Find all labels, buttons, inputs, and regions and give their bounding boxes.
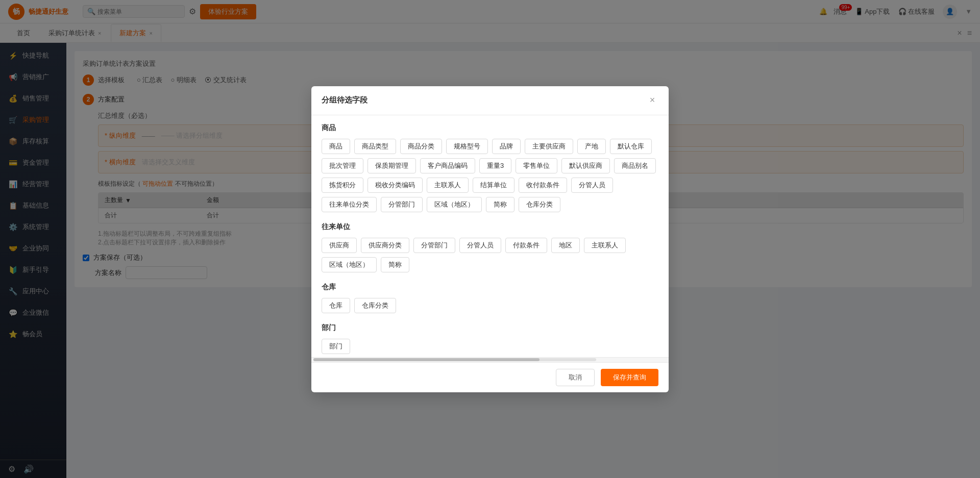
section-department-fields: 部门: [322, 339, 658, 354]
field-goods-type[interactable]: 商品类型: [354, 139, 396, 154]
field-warehouse[interactable]: 仓库: [322, 298, 350, 313]
field-brand[interactable]: 品牌: [492, 139, 521, 154]
field-retail-unit[interactable]: 零售单位: [516, 158, 557, 173]
field-partner-region[interactable]: 区域（地区）: [322, 257, 377, 272]
field-area[interactable]: 地区: [551, 238, 580, 253]
section-goods: 商品 商品 商品类型 商品分类 规格型号 品牌 主要供应商 产地 默认仓库 批次…: [322, 123, 658, 212]
modal-close-button[interactable]: ×: [646, 94, 658, 107]
field-goods-alias[interactable]: 商品别名: [614, 158, 656, 173]
field-weight3[interactable]: 重量3: [479, 158, 511, 173]
section-goods-fields: 商品 商品类型 商品分类 规格型号 品牌 主要供应商 产地 默认仓库 批次管理 …: [322, 139, 658, 212]
field-partner-dept[interactable]: 分管部门: [413, 238, 455, 253]
field-partner-contact[interactable]: 主联系人: [584, 238, 626, 253]
modal-overlay: 分组待选字段 × 商品 商品 商品类型 商品分类 规格型号 品牌 主要供应商 产…: [0, 0, 980, 478]
field-customer-goods-code[interactable]: 客户商品编码: [420, 158, 475, 173]
field-partner-shortname[interactable]: 简称: [381, 257, 409, 272]
field-main-supplier[interactable]: 主要供应商: [525, 139, 573, 154]
field-short-name[interactable]: 简称: [486, 197, 514, 212]
field-batch-mgmt[interactable]: 批次管理: [322, 158, 363, 173]
scroll-thumb[interactable]: [313, 358, 540, 361]
field-goods[interactable]: 商品: [322, 139, 350, 154]
field-expiry-mgmt[interactable]: 保质期管理: [368, 158, 416, 173]
field-region-area[interactable]: 区域（地区）: [427, 197, 482, 212]
field-spec-model[interactable]: 规格型号: [446, 139, 488, 154]
field-wh-category[interactable]: 仓库分类: [354, 298, 396, 313]
field-manager[interactable]: 分管人员: [571, 178, 613, 193]
field-tax-code[interactable]: 税收分类编码: [368, 178, 423, 193]
field-main-contact[interactable]: 主联系人: [427, 178, 469, 193]
field-select-modal: 分组待选字段 × 商品 商品 商品类型 商品分类 规格型号 品牌 主要供应商 产…: [311, 86, 669, 392]
section-warehouse-title: 仓库: [322, 283, 658, 292]
field-department[interactable]: 部门: [322, 339, 350, 354]
scroll-track[interactable]: [313, 358, 596, 361]
section-partner-fields: 供应商 供应商分类 分管部门 分管人员 付款条件 地区 主联系人 区域（地区） …: [322, 238, 658, 272]
field-default-warehouse[interactable]: 默认仓库: [610, 139, 652, 154]
field-partner-category[interactable]: 往来单位分类: [322, 197, 377, 212]
field-settlement-unit[interactable]: 结算单位: [473, 178, 514, 193]
modal-scroll-bar-area: [311, 357, 669, 362]
field-dept-managed[interactable]: 分管部门: [381, 197, 423, 212]
section-warehouse: 仓库 仓库 仓库分类: [322, 283, 658, 313]
modal-footer: 取消 保存并查询: [311, 362, 669, 392]
field-supplier-category[interactable]: 供应商分类: [361, 238, 409, 253]
modal-header: 分组待选字段 ×: [311, 86, 669, 115]
modal-title: 分组待选字段: [322, 95, 368, 105]
save-query-button[interactable]: 保存并查询: [601, 369, 658, 386]
section-partner-title: 往来单位: [322, 222, 658, 232]
field-default-supplier[interactable]: 默认供应商: [561, 158, 610, 173]
section-partner: 往来单位 供应商 供应商分类 分管部门 分管人员 付款条件 地区 主联系人 区域…: [322, 222, 658, 272]
modal-body: 商品 商品 商品类型 商品分类 规格型号 品牌 主要供应商 产地 默认仓库 批次…: [311, 115, 669, 357]
field-goods-category[interactable]: 商品分类: [400, 139, 442, 154]
section-warehouse-fields: 仓库 仓库分类: [322, 298, 658, 313]
field-origin[interactable]: 产地: [577, 139, 606, 154]
section-department-title: 部门: [322, 323, 658, 333]
section-goods-title: 商品: [322, 123, 658, 133]
field-warehouse-category[interactable]: 仓库分类: [519, 197, 560, 212]
field-pick-score[interactable]: 拣货积分: [322, 178, 363, 193]
cancel-button[interactable]: 取消: [556, 369, 595, 386]
field-supplier[interactable]: 供应商: [322, 238, 357, 253]
field-payment-terms[interactable]: 收付款条件: [519, 178, 567, 193]
section-department: 部门 部门: [322, 323, 658, 354]
field-payment-cond[interactable]: 付款条件: [505, 238, 547, 253]
field-partner-manager[interactable]: 分管人员: [459, 238, 501, 253]
